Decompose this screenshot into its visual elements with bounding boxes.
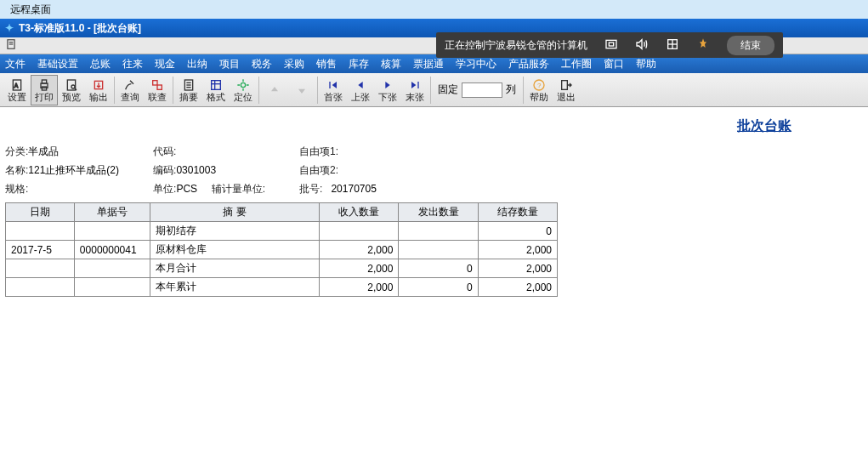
remote-desktop-titlebar: 远程桌面 <box>0 0 868 19</box>
control-status: 正在控制宁波易锐仓管的计算机 <box>445 38 587 53</box>
th-docno: 单据号 <box>74 203 150 222</box>
th-in: 收入数量 <box>320 203 399 222</box>
svg-rect-11 <box>42 80 46 83</box>
free1-label: 自由项1: <box>299 145 338 157</box>
menu-project[interactable]: 项目 <box>219 57 240 71</box>
next-page-button[interactable]: 下张 <box>374 75 401 105</box>
th-out: 发出数量 <box>399 203 478 222</box>
menu-help[interactable]: 帮助 <box>636 57 656 71</box>
svg-rect-27 <box>329 82 330 88</box>
unit-label: 单位: <box>153 183 176 195</box>
menu-window[interactable]: 窗口 <box>604 57 624 71</box>
th-desc: 摘 要 <box>150 203 320 222</box>
prev-page-button[interactable]: 上张 <box>347 75 374 105</box>
print-button[interactable]: 打印 <box>31 75 58 105</box>
code-label: 代码: <box>153 145 176 157</box>
fixed-label: 固定 <box>438 82 458 97</box>
remote-title: 远程桌面 <box>10 3 51 17</box>
table-row: 2017-7-50000000041原材料仓库2,0002,000 <box>6 241 558 259</box>
svg-text:A: A <box>14 82 19 88</box>
query-button[interactable]: 查询 <box>116 75 144 105</box>
toolbar: A设置 打印 预览 输出 查询 联查 摘要 格式 定位 首张 上张 下张 末张 … <box>0 73 868 107</box>
menu-file[interactable]: 文件 <box>5 57 26 71</box>
menu-learning[interactable]: 学习中心 <box>456 57 496 71</box>
menu-sales[interactable]: 销售 <box>316 57 337 71</box>
svg-point-26 <box>241 82 245 87</box>
related-button[interactable]: 联查 <box>144 75 171 105</box>
menu-bills[interactable]: 票据通 <box>413 57 444 71</box>
table-row: 期初结存0 <box>6 222 558 241</box>
spec-label: 规格: <box>5 183 28 195</box>
table-row: 本年累计2,00002,000 <box>6 278 558 297</box>
summary-button[interactable]: 摘要 <box>175 75 202 105</box>
menu-cashier[interactable]: 出纳 <box>187 57 207 71</box>
sn-label: 编码: <box>153 164 176 176</box>
help-button[interactable]: ?帮助 <box>525 75 553 105</box>
row-up-button <box>261 75 288 105</box>
svg-rect-18 <box>157 85 162 89</box>
menu-general-ledger[interactable]: 总账 <box>90 57 111 71</box>
fixed-column-input[interactable] <box>462 82 502 98</box>
unit-value: PCS <box>176 183 197 195</box>
page-heading: 批次台账 <box>737 117 791 135</box>
locate-button[interactable]: 定位 <box>230 75 257 105</box>
toolbar-sep-4 <box>317 77 318 104</box>
svg-rect-28 <box>417 82 418 88</box>
th-date: 日期 <box>6 203 75 222</box>
free2-label: 自由项2: <box>299 164 338 176</box>
ledger-table: 日期 单据号 摘 要 收入数量 发出数量 结存数量 期初结存0 2017-7-5… <box>5 202 558 297</box>
first-page-button[interactable]: 首张 <box>320 75 347 105</box>
svg-rect-1 <box>609 43 613 46</box>
preview-button[interactable]: 预览 <box>58 75 85 105</box>
app-title: T3-标准版11.0 - [批次台账] <box>19 21 141 36</box>
menu-products[interactable]: 产品服务 <box>508 57 549 71</box>
export-button[interactable]: 输出 <box>85 75 112 105</box>
toolbar-sep-1 <box>114 77 115 104</box>
last-page-button[interactable]: 末张 <box>401 75 428 105</box>
category-label: 分类: <box>5 145 28 157</box>
category-value: 半成品 <box>28 145 59 157</box>
col-label: 列 <box>506 82 516 97</box>
batch-value: 20170705 <box>331 183 376 195</box>
menu-tax[interactable]: 税务 <box>252 57 272 71</box>
table-row: 本月合计2,00002,000 <box>6 259 558 278</box>
svg-rect-23 <box>212 80 221 89</box>
toolbar-sep-2 <box>173 77 173 104</box>
fixed-column-box: 固定 列 <box>438 82 516 98</box>
app-icon: ✦ <box>5 22 14 34</box>
end-button[interactable]: 结束 <box>727 36 774 55</box>
svg-rect-31 <box>562 80 568 89</box>
menu-costing[interactable]: 核算 <box>381 57 401 71</box>
menu-workspace[interactable]: 工作圈 <box>561 57 592 71</box>
name-label: 名称: <box>5 164 28 176</box>
window-icon[interactable] <box>666 37 679 54</box>
content-area: 批次台账 分类:半成品 名称:121止推环半成品(2) 规格: 代码: 编码:0… <box>0 107 868 297</box>
toolbar-sep-3 <box>258 77 259 104</box>
menu-inventory[interactable]: 库存 <box>349 57 369 71</box>
sn-value: 0301003 <box>176 164 216 176</box>
toolbar-sep-5 <box>430 77 431 104</box>
batch-label: 批号: <box>299 183 322 195</box>
th-bal: 结存数量 <box>478 203 557 222</box>
menu-purchase[interactable]: 采购 <box>284 57 304 71</box>
settings-button[interactable]: A设置 <box>3 75 31 105</box>
remote-control-bar: 正在控制宁波易锐仓管的计算机 结束 <box>436 32 783 58</box>
menu-cash[interactable]: 现金 <box>155 57 175 71</box>
menu-receivables[interactable]: 往来 <box>122 57 143 71</box>
svg-rect-17 <box>153 80 157 84</box>
svg-text:?: ? <box>537 82 542 89</box>
document-icon[interactable] <box>5 38 17 53</box>
format-button[interactable]: 格式 <box>202 75 230 105</box>
aux-unit-label: 辅计量单位: <box>212 183 265 195</box>
menu-basic-settings[interactable]: 基础设置 <box>37 57 78 71</box>
exit-button[interactable]: 退出 <box>553 75 580 105</box>
name-value: 121止推环半成品(2) <box>28 164 119 176</box>
pin-icon[interactable] <box>696 37 710 54</box>
fullscreen-icon[interactable] <box>604 37 618 54</box>
volume-icon[interactable] <box>635 37 649 54</box>
header-fields: 分类:半成品 名称:121止推环半成品(2) 规格: 代码: 编码:030100… <box>5 143 858 197</box>
toolbar-sep-6 <box>523 77 524 104</box>
svg-rect-0 <box>606 40 616 48</box>
row-down-button <box>288 75 315 105</box>
table-header-row: 日期 单据号 摘 要 收入数量 发出数量 结存数量 <box>6 203 558 222</box>
